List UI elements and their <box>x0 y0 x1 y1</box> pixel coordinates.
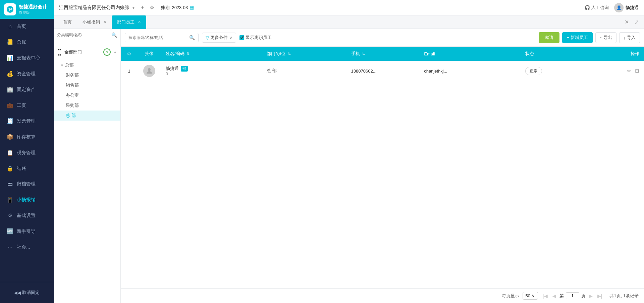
settings-icon: ⚙ <box>7 212 13 219</box>
sidebar-item-guide[interactable]: 🆕 新手引导 <box>0 223 54 239</box>
dept-headquarter-header[interactable]: ▼ 总部 <box>54 60 120 70</box>
page-size-value: 50 <box>526 293 530 298</box>
export-icon: ↑ <box>600 35 602 40</box>
sidebar-nav: ⌂ 首页 📒 总账 📊 云报表中心 💰 资金管理 🏢 固定资产 💼 工资 🧾 发… <box>0 19 54 282</box>
sidebar-item-home[interactable]: ⌂ 首页 <box>0 19 54 34</box>
tab-employees-close[interactable]: ✕ <box>138 20 141 24</box>
sort-phone-icon: ⇅ <box>362 52 365 56</box>
emp-dept-text: 总 部 <box>267 68 277 73</box>
sort-name-icon: ⇅ <box>186 52 190 56</box>
dept-search-input[interactable] <box>57 33 109 37</box>
next-page-button[interactable]: ▶ <box>588 293 594 299</box>
sidebar-item-tax[interactable]: 📋 税务管理 <box>0 145 54 161</box>
expand-tab-button[interactable]: ⤢ <box>633 17 640 27</box>
support-button[interactable]: 🎧 人工咨询 <box>585 5 609 11</box>
dept-grid-icon: ▪▪▪▪ <box>58 47 61 57</box>
page-content: 🔍 ▪▪▪▪ 全部部门 ✎ « ▼ 总部 财务部 <box>54 29 644 303</box>
sidebar-item-assets-mgmt[interactable]: 💰 资金管理 <box>0 66 54 82</box>
first-page-button[interactable]: |◀ <box>541 293 549 299</box>
page-size-arrow: ∨ <box>532 293 535 298</box>
emp-email-text: chanjethkj... <box>424 69 447 74</box>
add-employee-button[interactable]: + 新增员工 <box>562 32 593 43</box>
period-label: 账期 <box>161 5 170 11</box>
last-page-button[interactable]: ▶| <box>596 293 604 299</box>
sidebar-item-checkout[interactable]: 🔒 结账 <box>0 161 54 176</box>
emp-footer: 每页显示 50 ∨ |◀ ◀ 第 页 ▶ ▶| 共1页, 1条记录 <box>121 288 644 303</box>
sidebar-ledger-label: 总账 <box>17 39 26 45</box>
edit-employee-button[interactable]: ✏ <box>627 68 632 74</box>
sidebar-item-invoice[interactable]: 🧾 发票管理 <box>0 113 54 129</box>
dept-finance-label: 财务部 <box>66 73 79 78</box>
toolbar-right: 邀请 + 新增员工 ↑ 导出 ↓ 导入 <box>539 32 640 43</box>
dept-sales[interactable]: 销售部 <box>54 80 120 90</box>
sidebar-item-payroll[interactable]: 💼 工资 <box>0 97 54 113</box>
page-size-selector[interactable]: 50 ∨ <box>523 292 538 300</box>
cancel-pin-button[interactable]: ◀◀ 取消固定 <box>0 286 54 299</box>
sidebar-item-expense[interactable]: 📱 小畅报销 <box>0 192 54 208</box>
close-tab-button[interactable]: ✕ <box>623 17 630 27</box>
add-company-button[interactable]: + <box>140 4 146 11</box>
tab-expense-label: 小畅报销 <box>83 19 100 25</box>
show-resigned-checkbox[interactable]: 显示离职员工 <box>239 35 272 41</box>
payroll-icon: 💼 <box>7 102 13 109</box>
row-dept-cell: 总 部 <box>262 61 346 81</box>
status-badge: 正常 <box>525 67 542 75</box>
col-header-name[interactable]: 姓名/编码 ⇅ <box>161 47 262 61</box>
emp-search-icon[interactable]: 🔍 <box>189 35 195 40</box>
dept-edit-button[interactable]: ✎ <box>103 48 111 56</box>
table-header-row: ⚙ 头像 姓名/编码 ⇅ 部门/职位 ⇅ <box>121 47 644 61</box>
sidebar-item-fixed-assets[interactable]: 🏢 固定资产 <box>0 82 54 97</box>
tab-home[interactable]: 首页 <box>58 15 77 29</box>
sidebar-logo: 好 畅捷通好会计 旗舰版 <box>0 0 54 19</box>
col-header-settings[interactable]: ⚙ <box>121 47 138 61</box>
col-header-dept[interactable]: 部门/职位 ⇅ <box>262 47 346 61</box>
sidebar-logo-texts: 畅捷通好会计 旗舰版 <box>19 4 47 15</box>
sidebar-item-ledger[interactable]: 📒 总账 <box>0 34 54 50</box>
dept-general[interactable]: 总 部 <box>54 111 120 121</box>
row-action-buttons: ✏ ⊟ <box>593 68 639 74</box>
emp-code-text: 0 <box>166 72 257 76</box>
sidebar-item-inventory[interactable]: 📦 库存核算 <box>0 129 54 145</box>
tab-expense[interactable]: 小畅报销 ✕ <box>77 15 112 29</box>
dept-all-label: 全部部门 <box>64 49 82 55</box>
dept-panel: 🔍 ▪▪▪▪ 全部部门 ✎ « ▼ 总部 财务部 <box>54 29 121 303</box>
dept-office[interactable]: 办公室 <box>54 90 120 100</box>
page-size-label: 每页显示 <box>502 293 519 299</box>
emp-search-input[interactable] <box>128 35 187 40</box>
import-button[interactable]: ↓ 导入 <box>619 32 640 43</box>
more-filters-label: 更多条件 <box>210 35 228 41</box>
sidebar-item-archive[interactable]: 🗃 归档管理 <box>0 176 54 192</box>
dept-search-icon[interactable]: 🔍 <box>111 32 117 38</box>
more-icon: ⋯ <box>7 244 13 250</box>
sidebar-item-settings[interactable]: ⚙ 基础设置 <box>0 208 54 223</box>
archive-icon: 🗃 <box>7 181 13 187</box>
tab-expense-close[interactable]: ✕ <box>103 20 106 24</box>
more-filters-button[interactable]: ▽ 更多条件 ∨ <box>202 33 236 43</box>
page-number-input[interactable] <box>566 292 579 299</box>
sidebar-item-more[interactable]: ⋯ 社会... <box>0 239 54 255</box>
filter-dropdown-icon: ∨ <box>229 35 232 40</box>
sidebar-settings-label: 基础设置 <box>17 213 36 219</box>
dept-all-item[interactable]: ▪▪▪▪ 全部部门 ✎ « <box>54 44 120 60</box>
invite-button[interactable]: 邀请 <box>539 32 559 43</box>
col-header-phone[interactable]: 手机 ⇅ <box>346 47 420 61</box>
dept-finance[interactable]: 财务部 <box>54 70 120 80</box>
main-content: 江西服宝精品有限责任公司内账张 ▼ + ⚙ 账期 2023-03 ▦ 🎧 人工咨… <box>54 0 644 303</box>
sidebar-inventory-label: 库存核算 <box>17 134 36 140</box>
export-button[interactable]: ↑ 导出 <box>595 32 616 43</box>
show-resigned-input[interactable] <box>239 35 244 40</box>
delete-employee-button[interactable]: ⊟ <box>635 68 639 74</box>
company-settings-button[interactable]: ⚙ <box>150 4 154 11</box>
company-selector[interactable]: 江西服宝精品有限责任公司内账张 ▼ <box>59 5 136 11</box>
dept-collapse-button[interactable]: « <box>114 50 116 54</box>
checkout-icon: 🔒 <box>7 165 13 172</box>
import-label: 导入 <box>627 35 636 41</box>
calendar-icon[interactable]: ▦ <box>190 5 194 10</box>
user-menu[interactable]: 👤 畅捷通 <box>614 3 639 12</box>
dept-tree: ▪▪▪▪ 全部部门 ✎ « ▼ 总部 财务部 销售部 <box>54 41 120 303</box>
tab-employees[interactable]: 部门员工 ✕ <box>112 15 146 29</box>
app-title: 畅捷通好会计 <box>19 4 47 10</box>
dept-procurement[interactable]: 采购部 <box>54 100 120 111</box>
sidebar-item-reports[interactable]: 📊 云报表中心 <box>0 50 54 66</box>
prev-page-button[interactable]: ◀ <box>551 293 557 299</box>
